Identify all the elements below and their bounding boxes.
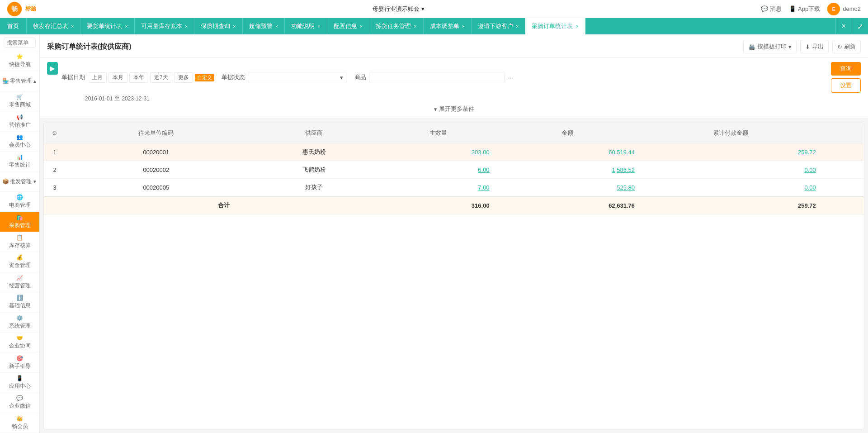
cell-amount[interactable]: 1,586.52 bbox=[495, 161, 640, 179]
sidebar-item-app-center[interactable]: 📱 应用中心 bbox=[0, 373, 39, 393]
tab-config-info-close[interactable]: × bbox=[360, 24, 363, 29]
tab-expiry-query[interactable]: 保质期查询 × bbox=[194, 18, 242, 34]
tab-purchase-stats[interactable]: 要货单统计表 × bbox=[80, 18, 134, 34]
tab-receive-send[interactable]: 收发存汇总表 × bbox=[27, 18, 80, 34]
refresh-btn[interactable]: ↻ 刷新 bbox=[832, 40, 861, 53]
sidebar-item-finance[interactable]: 💰 资金管理 bbox=[0, 252, 39, 272]
cell-paid-amount[interactable]: 0.00 bbox=[640, 161, 821, 179]
cell-seq: 1 bbox=[44, 143, 66, 161]
cell-main-qty[interactable]: 6.00 bbox=[382, 161, 495, 179]
tab-function-desc-close[interactable]: × bbox=[317, 24, 320, 29]
sidebar-item-search[interactable] bbox=[0, 34, 39, 51]
tab-receive-send-close[interactable]: × bbox=[71, 24, 74, 29]
sidebar-item-retail-mall[interactable]: 🛒 零售商城 bbox=[0, 91, 39, 111]
tab-invite-downstream[interactable]: 邀请下游客户 × bbox=[472, 18, 525, 34]
vip-member-icon: 👑 bbox=[16, 415, 23, 422]
sidebar-item-retail-mgmt[interactable]: 🏪 零售管理 ▲ bbox=[0, 71, 39, 91]
restore-tabs-btn[interactable]: ⤢ bbox=[852, 18, 868, 34]
cell-paid-amount[interactable]: 0.00 bbox=[640, 179, 821, 197]
app-download-btn[interactable]: 📱 App下载 bbox=[789, 5, 820, 13]
app-center-label: 应用中心 bbox=[9, 382, 31, 390]
logo-area: 畅 标题 bbox=[7, 2, 36, 16]
export-btn[interactable]: ⬇ 导出 bbox=[800, 40, 829, 53]
user-profile[interactable]: E demo2 bbox=[827, 3, 861, 15]
tab-overstock-close[interactable]: × bbox=[275, 24, 278, 29]
cell-amount[interactable]: 60,519.44 bbox=[495, 143, 640, 161]
tab-pickup-task-close[interactable]: × bbox=[414, 24, 416, 29]
tab-invite-downstream-close[interactable]: × bbox=[516, 24, 519, 29]
sidebar-item-ops-mgmt[interactable]: 📈 经营管理 bbox=[0, 272, 39, 292]
ecommerce-icon: 🌐 bbox=[16, 194, 23, 200]
sidebar-item-vip-member[interactable]: 👑 畅会员 bbox=[0, 413, 39, 433]
wholesale-mgmt-icon: 📦 bbox=[2, 178, 9, 185]
expand-more-btn[interactable]: ▾ 展开更多条件 bbox=[47, 102, 861, 114]
tab-available-inventory-close[interactable]: × bbox=[185, 24, 188, 29]
goods-more-btn[interactable]: ··· bbox=[508, 74, 513, 81]
date-range-display: 2016-01-01 至 2023-12-31 bbox=[85, 95, 861, 102]
date-filter-label: 单据日期 bbox=[61, 73, 85, 81]
retail-mgmt-icon: 🏪 bbox=[2, 78, 9, 84]
sidebar-item-enterprise-wechat[interactable]: 💬 企业微信 bbox=[0, 393, 39, 413]
message-btn[interactable]: 💬 消息 bbox=[761, 5, 782, 13]
goods-input[interactable] bbox=[369, 72, 505, 83]
cell-amount[interactable]: 525.80 bbox=[495, 179, 640, 197]
cell-main-qty[interactable]: 303.00 bbox=[382, 143, 495, 161]
workspace-selector[interactable]: 母婴行业演示账套 ▾ bbox=[373, 5, 425, 13]
tab-purchase-order-stats-close[interactable]: × bbox=[576, 24, 578, 29]
filter-row-1: 单据日期 上月 本月 本年 近7天 更多 自定义 bbox=[61, 62, 861, 93]
sidebar-item-inventory[interactable]: 📋 库存核算 bbox=[0, 232, 39, 252]
date-btn-7days[interactable]: 近7天 bbox=[150, 72, 172, 83]
tab-available-inventory[interactable]: 可用量库存账本 × bbox=[135, 18, 194, 34]
date-btn-last-month[interactable]: 上月 bbox=[88, 72, 107, 83]
date-btn-this-year[interactable]: 本年 bbox=[129, 72, 148, 83]
sidebar-item-enterprise-coop[interactable]: 🤝 企业协同 bbox=[0, 333, 39, 352]
cell-main-qty[interactable]: 7.00 bbox=[382, 179, 495, 197]
expand-chevron-icon: ▾ bbox=[434, 106, 437, 113]
sidebar-item-purchase-mgmt[interactable]: 🛍️ 采购管理 bbox=[0, 212, 39, 232]
sidebar-item-sys-mgmt[interactable]: ⚙️ 系统管理 bbox=[0, 313, 39, 333]
status-select-arrow: ▾ bbox=[340, 74, 343, 81]
column-settings-icon[interactable]: ⚙ bbox=[49, 128, 60, 138]
collapse-filter-btn[interactable]: ▶ bbox=[47, 62, 58, 75]
tab-invite-downstream-label: 邀请下游客户 bbox=[478, 22, 513, 30]
sidebar-item-ecommerce[interactable]: 🌐 电商管理 bbox=[0, 192, 39, 212]
date-btn-this-month[interactable]: 本月 bbox=[108, 72, 127, 83]
query-btn[interactable]: 查询 bbox=[831, 62, 861, 76]
sidebar-item-new-guide[interactable]: 🎯 新手引导 bbox=[0, 352, 39, 372]
cell-paid-amount[interactable]: 259.72 bbox=[640, 143, 821, 161]
tab-home[interactable]: 首页 bbox=[0, 18, 27, 34]
tab-function-desc[interactable]: 功能说明 × bbox=[285, 18, 327, 34]
enterprise-coop-label: 企业协同 bbox=[9, 342, 31, 350]
sidebar-item-wholesale-mgmt[interactable]: 📦 批发管理 ▼ bbox=[0, 172, 39, 192]
tab-cost-adjust[interactable]: 成本调整单 × bbox=[424, 18, 472, 34]
sidebar-item-member-center[interactable]: 👥 会员中心 bbox=[0, 132, 39, 152]
tab-cost-adjust-close[interactable]: × bbox=[462, 24, 465, 29]
tab-expiry-query-close[interactable]: × bbox=[233, 24, 236, 29]
cell-seq: 3 bbox=[44, 179, 66, 197]
custom-badge: 自定义 bbox=[195, 74, 214, 81]
cell-supplier: 飞鹤奶粉 bbox=[247, 161, 382, 179]
app-icon: 📱 bbox=[789, 5, 796, 12]
tab-available-inventory-label: 可用量库存账本 bbox=[141, 22, 182, 30]
sidebar-item-basic-info[interactable]: ℹ️ 基础信息 bbox=[0, 292, 39, 312]
message-icon: 💬 bbox=[761, 5, 768, 12]
tab-purchase-order-stats[interactable]: 采购订单统计表 × bbox=[525, 18, 585, 34]
settings-btn[interactable]: 设置 bbox=[831, 78, 861, 93]
status-select[interactable]: ▾ bbox=[248, 72, 347, 83]
sidebar-search-input[interactable] bbox=[4, 38, 36, 48]
print-btn[interactable]: 🖨️ 按模板打印 ▾ bbox=[743, 40, 797, 53]
sidebar-item-marketing[interactable]: 📢 营销推广 bbox=[0, 111, 39, 131]
date-btn-more[interactable]: 更多 bbox=[174, 72, 193, 83]
sidebar-item-quick-nav[interactable]: ⭐ 快捷导航 bbox=[0, 51, 39, 71]
nav-tabs: 首页 收发存汇总表 × 要货单统计表 × 可用量库存账本 × 保质期查询 × 超… bbox=[0, 18, 868, 34]
close-all-tabs-btn[interactable]: × bbox=[835, 18, 852, 34]
tab-purchase-stats-close[interactable]: × bbox=[125, 24, 127, 29]
enterprise-wechat-label: 企业微信 bbox=[9, 402, 31, 410]
tab-overstock[interactable]: 超储预警 × bbox=[243, 18, 285, 34]
print-icon: 🖨️ bbox=[748, 43, 755, 50]
sidebar-item-retail-stats[interactable]: 📊 零售统计 bbox=[0, 152, 39, 171]
tab-config-info[interactable]: 配置信息 × bbox=[327, 18, 369, 34]
retail-mall-icon: 🛒 bbox=[16, 94, 23, 100]
tab-pickup-task[interactable]: 拣货任务管理 × bbox=[369, 18, 423, 34]
quick-nav-icon: ⭐ bbox=[16, 53, 23, 60]
